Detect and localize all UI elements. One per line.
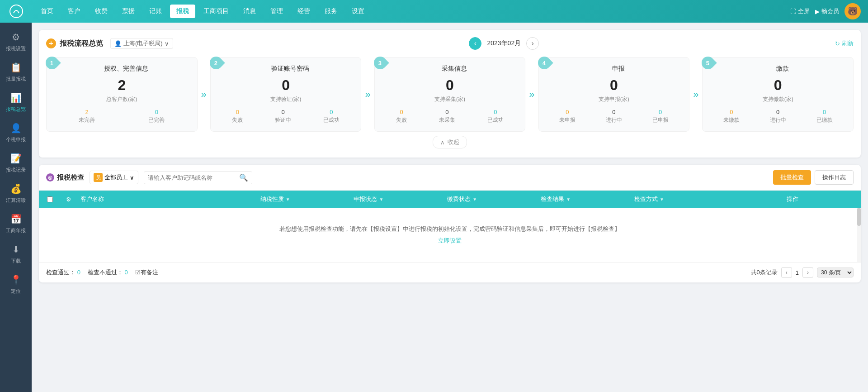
stat-label: 进行中 xyxy=(606,116,622,124)
next-month-button[interactable]: › xyxy=(526,37,539,50)
sidebar-item-汇算清缴[interactable]: 💰 汇算清缴 xyxy=(0,178,32,208)
step-count: 2 xyxy=(52,76,192,94)
step-count: 0 xyxy=(708,76,848,94)
col-tax-nature[interactable]: 纳税性质 ▼ xyxy=(257,191,350,208)
step-stat: 0 已完善 xyxy=(148,109,165,124)
nav-item-工商项目[interactable]: 工商项目 xyxy=(197,5,235,18)
pass-count[interactable]: 0 xyxy=(77,269,80,276)
fail-label: 检查不通过： 0 xyxy=(88,268,128,277)
refresh-button[interactable]: ↻ 刷新 xyxy=(835,39,854,48)
nav-item-消息[interactable]: 消息 xyxy=(237,5,262,18)
step-stat: 0 进行中 xyxy=(770,109,786,124)
member-button[interactable]: ▶ 畅会员 xyxy=(815,7,839,15)
stat-number: 0 xyxy=(400,109,403,115)
next-page-button[interactable]: › xyxy=(802,267,813,278)
header-checkbox[interactable] xyxy=(39,192,61,207)
select-all-checkbox[interactable] xyxy=(47,196,53,202)
sidebar-icon: 📅 xyxy=(9,213,22,225)
top-nav-right: ⛶ 全屏 ▶ 畅会员 🐻 xyxy=(790,3,861,19)
collapse-icon: ∧ xyxy=(440,139,445,146)
footer-stats: 检查通过： 0 检查不通过： 0 ☑有备注 xyxy=(46,268,158,277)
stat-label: 已缴款 xyxy=(816,116,833,124)
step-title: 缴款 xyxy=(708,65,848,73)
operation-log-button[interactable]: 操作日志 xyxy=(815,170,854,185)
svg-point-0 xyxy=(10,5,23,18)
col-pay-status[interactable]: 缴费状态 ▼ xyxy=(443,191,537,208)
current-page: 1 xyxy=(796,269,799,276)
nav-item-经营[interactable]: 经营 xyxy=(291,5,316,18)
nav-item-收费[interactable]: 收费 xyxy=(89,5,114,18)
steps-row: 1 授权、完善信息 2 总客户数(家) 2 未完善 0 已完善 » 2 验证账号… xyxy=(46,57,854,132)
stat-number: 0 xyxy=(494,109,497,115)
sidebar: ⚙ 报税设置 📋 批量报税 📊 报税总览 👤 个税申报 📝 报税记录 💰 汇算清… xyxy=(0,23,32,392)
stat-label: 已成功 xyxy=(323,116,340,124)
content-area: + 报税流程总览 👤 上海(电子税局) ∨ ‹ 2023年02月 › ↻ xyxy=(32,23,868,392)
sidebar-item-报税总览[interactable]: 📊 报税总览 xyxy=(0,87,32,117)
stat-label: 失败 xyxy=(396,116,407,124)
nav-item-管理[interactable]: 管理 xyxy=(264,5,289,18)
stat-label: 已申报 xyxy=(652,116,669,124)
page-size-select[interactable]: 30 条/页 50 条/页 100 条/页 xyxy=(817,268,854,277)
filter-icon: ▼ xyxy=(566,197,571,202)
stat-label: 未申报 xyxy=(559,116,576,124)
search-button[interactable]: 🔍 xyxy=(236,172,252,184)
sidebar-item-定位[interactable]: 📍 定位 xyxy=(0,269,32,299)
stat-label: 未缴款 xyxy=(723,116,740,124)
step-count: 0 xyxy=(380,76,520,94)
fullscreen-button[interactable]: ⛶ 全屏 xyxy=(790,7,810,15)
sidebar-item-工商年报[interactable]: 📅 工商年报 xyxy=(0,208,32,239)
sidebar-item-批量报税[interactable]: 📋 批量报税 xyxy=(0,57,32,87)
filter-icon: ▼ xyxy=(472,197,477,202)
sidebar-icon: ⚙ xyxy=(9,31,22,43)
first-page-button[interactable]: ‹ xyxy=(781,267,792,278)
settings-header[interactable]: ⚙ xyxy=(61,191,77,207)
nav-item-客户[interactable]: 客户 xyxy=(61,5,87,18)
scrollbar-thumb[interactable] xyxy=(857,208,861,226)
sidebar-item-个税申报[interactable]: 👤 个税申报 xyxy=(0,117,32,148)
filter-icon: ▼ xyxy=(379,197,383,202)
video-icon: ▶ xyxy=(815,8,820,15)
pass-label: 检查通过： 0 xyxy=(46,268,80,277)
sidebar-item-报税记录[interactable]: 📝 报税记录 xyxy=(0,148,32,178)
step-title: 采集信息 xyxy=(380,65,520,73)
col-report-status[interactable]: 申报状态 ▼ xyxy=(350,191,443,208)
step-arrow-2: » xyxy=(529,89,534,100)
nav-item-报税[interactable]: 报税 xyxy=(170,5,195,18)
step-stat: 0 失败 xyxy=(396,109,407,124)
stat-number: 0 xyxy=(566,109,569,115)
search-input[interactable] xyxy=(144,172,236,183)
collapse-button[interactable]: ∧ 收起 xyxy=(433,136,467,148)
sidebar-label: 汇算清缴 xyxy=(6,197,26,204)
step-stat: 0 验证中 xyxy=(275,109,291,124)
prev-month-button[interactable]: ‹ xyxy=(469,37,481,50)
sidebar-label: 批量报税 xyxy=(6,76,26,82)
nav-item-设置[interactable]: 设置 xyxy=(345,5,371,18)
location-tag[interactable]: 👤 上海(电子税局) ∨ xyxy=(110,38,173,49)
setup-link[interactable]: 立即设置 xyxy=(438,235,462,247)
stat-label: 未完善 xyxy=(79,116,95,124)
nav-item-首页[interactable]: 首页 xyxy=(34,5,60,18)
nav-item-票据[interactable]: 票据 xyxy=(116,5,141,18)
staff-select[interactable]: 员 全部员工 ∨ xyxy=(90,171,138,184)
batch-check-button[interactable]: 批量检查 xyxy=(773,170,811,185)
fail-count[interactable]: 0 xyxy=(124,269,127,276)
stat-number: 0 xyxy=(155,109,158,115)
step-card-4: 5 缴款 0 支持缴款(家) 0 未缴款 0 进行中 0 已缴款 xyxy=(702,57,854,132)
step-count: 0 xyxy=(216,76,356,94)
sidebar-item-报税设置[interactable]: ⚙ 报税设置 xyxy=(0,26,32,57)
check-title: ◎ 报税检查 xyxy=(46,173,84,182)
step-unit: 支持验证(家) xyxy=(216,96,356,103)
sidebar-item-下载[interactable]: ⬇ 下载 xyxy=(0,239,32,269)
col-check-method[interactable]: 检查方式 ▼ xyxy=(631,191,724,208)
app-logo xyxy=(7,2,25,20)
sidebar-icon: 📊 xyxy=(9,91,22,104)
col-check-result[interactable]: 检查结果 ▼ xyxy=(537,191,631,208)
total-records: 共0条记录 xyxy=(751,268,778,277)
nav-item-服务[interactable]: 服务 xyxy=(318,5,344,18)
step-stats: 0 失败 0 验证中 0 已成功 xyxy=(216,109,356,124)
col-action: 操作 xyxy=(724,191,861,208)
scrollbar[interactable] xyxy=(857,208,861,262)
avatar[interactable]: 🐻 xyxy=(844,3,861,19)
step-card-2: 3 采集信息 0 支持采集(家) 0 失败 0 未采集 0 已成功 xyxy=(374,57,526,132)
nav-item-记账[interactable]: 记账 xyxy=(143,5,168,18)
